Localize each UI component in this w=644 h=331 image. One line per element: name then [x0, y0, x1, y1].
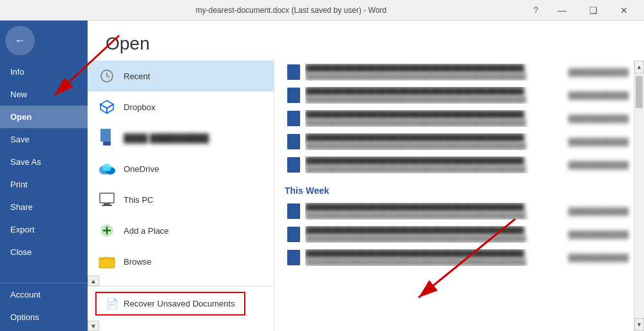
sidebar-item-options[interactable]: Options: [0, 306, 88, 328]
content-header: Open: [88, 21, 644, 61]
sidebar-item-saveas[interactable]: Save As: [0, 151, 88, 173]
file-item-3[interactable]: ████████████████████████████████████████…: [285, 107, 631, 130]
file-path-1: ████████████████████████████████████████…: [305, 73, 563, 80]
file-date-w2: ████████████: [568, 231, 629, 238]
right-scroll-down[interactable]: ▼: [634, 318, 644, 331]
places-scroll-top[interactable]: ▲: [88, 276, 99, 286]
file-icon-w1: [287, 203, 300, 219]
sidebar-item-info[interactable]: Info: [0, 61, 88, 83]
svg-marker-1: [100, 100, 113, 108]
file-name-3: ████████████████████████████████████████: [305, 110, 563, 119]
recent-files-above: ████████████████████████████████████████…: [285, 61, 631, 176]
page-title: Open: [106, 33, 626, 54]
file-path-w2: ████████████████████████████████████████…: [305, 235, 563, 243]
file-item-5[interactable]: ████████████████████████████████████████…: [285, 153, 631, 176]
file-name-2: ████████████████████████████████████████: [305, 87, 563, 96]
file-date-5: ████████████: [568, 161, 629, 169]
file-icon-3: [287, 111, 300, 126]
back-button[interactable]: ←: [5, 26, 35, 55]
right-panel-wrapper: ████████████████████████████████████████…: [274, 61, 644, 331]
file-icon-5: [287, 157, 300, 173]
file-name-5: ████████████████████████████████████████: [305, 156, 563, 166]
recover-area: 📄 Recover Unsaved Documents: [88, 286, 274, 321]
sidebar-item-close[interactable]: Close: [0, 241, 88, 263]
place-item-thispc[interactable]: This PC: [88, 184, 274, 215]
places-scroll-bottom[interactable]: ▼: [88, 321, 99, 331]
place-label-onedrive: OneDrive: [124, 164, 159, 174]
file-item-w3[interactable]: ████████████████████████████████████████…: [285, 246, 631, 269]
file-icon-2: [287, 88, 300, 103]
file-name-4: ████████████████████████████████████████: [305, 133, 563, 142]
right-scroll-thumb[interactable]: [636, 76, 643, 108]
sidebar-item-share[interactable]: Share: [0, 196, 88, 218]
file-date-w1: ████████████: [568, 207, 629, 215]
file-info-1: ████████████████████████████████████████…: [305, 64, 563, 80]
sidebar-spacer: [0, 263, 88, 283]
file-item-1[interactable]: ████████████████████████████████████████…: [285, 61, 631, 84]
onedrive-icon: [98, 160, 116, 178]
svg-point-8: [102, 164, 111, 171]
title-bar: my-dearest-document.docx (Last saved by …: [0, 0, 644, 21]
file-item-4[interactable]: ████████████████████████████████████████…: [285, 130, 631, 153]
recover-unsaved-button[interactable]: 📄 Recover Unsaved Documents: [95, 292, 245, 316]
browse-icon: [98, 252, 116, 270]
sidebar-item-account[interactable]: Account: [0, 283, 88, 306]
svg-rect-5: [103, 142, 111, 146]
file-info-3: ████████████████████████████████████████…: [305, 110, 563, 127]
file-path-w1: ████████████████████████████████████████…: [305, 212, 563, 220]
back-icon: ←: [14, 34, 26, 48]
places-list: Recent Dropbox: [88, 61, 274, 276]
place-label-custom: ████ ██████████: [124, 133, 209, 143]
file-info-w2: ████████████████████████████████████████…: [305, 226, 563, 243]
sidebar-item-open[interactable]: Open: [0, 106, 88, 128]
recover-label: Recover Unsaved Documents: [124, 299, 235, 308]
file-name-1: ████████████████████████████████████████: [305, 64, 563, 73]
help-button[interactable]: ?: [526, 0, 546, 21]
place-item-onedrive[interactable]: OneDrive: [88, 153, 274, 184]
close-button[interactable]: ✕: [609, 0, 639, 21]
maximize-button[interactable]: ❑: [578, 0, 608, 21]
right-scroll-track: [634, 73, 644, 318]
right-scroll-up[interactable]: ▲: [634, 61, 644, 73]
sidebar: ← Info New Open Save Save As Print Share: [0, 21, 88, 331]
recent-files-thisweek: ████████████████████████████████████████…: [285, 200, 631, 269]
file-item-2[interactable]: ████████████████████████████████████████…: [285, 84, 631, 107]
minimize-button[interactable]: —: [547, 0, 577, 21]
sidebar-item-print[interactable]: Print: [0, 173, 88, 196]
svg-rect-11: [102, 205, 112, 206]
file-info-5: ████████████████████████████████████████…: [305, 156, 563, 173]
place-label-browse: Browse: [124, 257, 151, 267]
svg-rect-9: [100, 193, 114, 203]
content-body: Recent Dropbox: [88, 61, 644, 331]
file-date-1: ████████████: [568, 68, 629, 76]
place-item-recent[interactable]: Recent: [88, 61, 274, 91]
sidebar-item-new[interactable]: New: [0, 83, 88, 106]
sidebar-item-export[interactable]: Export: [0, 218, 88, 241]
file-date-3: ████████████: [568, 115, 629, 122]
file-date-w3: ████████████: [568, 254, 629, 261]
place-item-browse[interactable]: Browse: [88, 246, 274, 276]
place-item-addplace[interactable]: Add a Place: [88, 215, 274, 246]
file-path-4: ████████████████████████████████████████…: [305, 142, 563, 150]
file-date-4: ████████████: [568, 138, 629, 146]
sidebar-nav: Info New Open Save Save As Print Share E…: [0, 61, 88, 331]
place-label-dropbox: Dropbox: [124, 102, 155, 112]
content: Open Recent: [88, 21, 644, 331]
thispc-icon: [98, 191, 116, 209]
sidebar-bottom: Account Options: [0, 283, 88, 331]
sidebar-item-save[interactable]: Save: [0, 128, 88, 151]
addplace-icon: [98, 222, 116, 240]
place-label-addplace: Add a Place: [124, 226, 169, 236]
svg-marker-3: [100, 104, 107, 113]
file-icon-4: [287, 134, 300, 149]
recent-icon: [98, 67, 116, 85]
svg-rect-4: [100, 129, 111, 142]
file-item-w1[interactable]: ████████████████████████████████████████…: [285, 200, 631, 223]
place-item-dropbox[interactable]: Dropbox: [88, 91, 274, 122]
place-item-custom[interactable]: ████ ██████████: [88, 122, 274, 153]
title-bar-title: my-dearest-document.docx (Last saved by …: [57, 6, 526, 15]
custom-icon: [98, 129, 116, 147]
title-bar-controls: ? — ❑ ✕: [526, 0, 639, 21]
file-info-2: ████████████████████████████████████████…: [305, 87, 563, 104]
file-item-w2[interactable]: ████████████████████████████████████████…: [285, 223, 631, 246]
